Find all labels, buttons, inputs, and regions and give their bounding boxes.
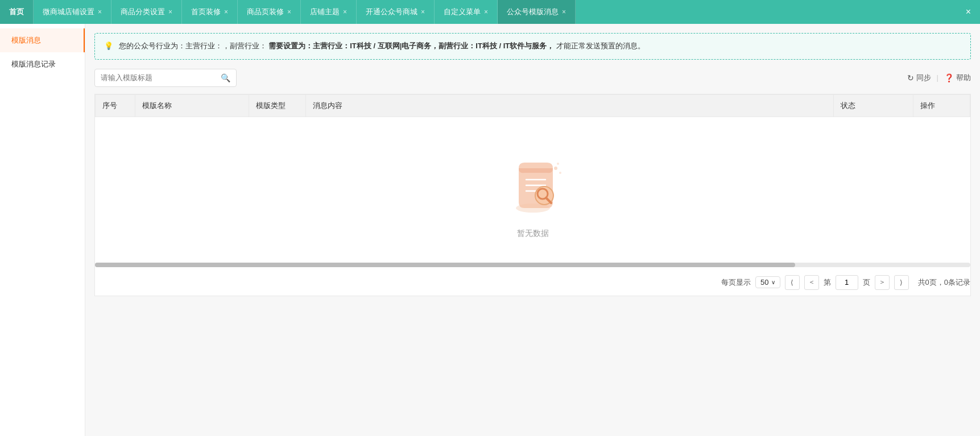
tab-custom-menu[interactable]: 自定义菜单 × [435,0,498,24]
horizontal-scrollbar[interactable] [95,263,970,269]
notice-box: 💡 您的公众号行业为：主营行业：，副营行业： 需要设置为：主营行业：IT科技 /… [94,33,971,60]
sidebar-item-template-msg[interactable]: 模版消息 [0,28,85,52]
pagination: 每页显示 50 ∨ ⟨ ＜ 第 1 页 ＞ ⟩ [95,269,970,296]
top-nav: 首页 微商城店铺设置 × 商品分类设置 × 首页装修 × 商品页装修 × 店铺主… [0,0,980,24]
table-container: 序号 模版名称 模版类型 消息内容 状态 操作 [94,94,971,296]
tab-store-settings-label: 微商城店铺设置 [43,7,94,17]
notice-text-1: 您的公众号行业为：主营行业：，副营行业： [119,41,267,50]
tab-open-mall-label: 开通公众号商城 [366,7,417,17]
sidebar: 模版消息 模版消息记录 [0,24,85,436]
empty-illustration [499,151,567,219]
help-icon: ❓ [944,73,954,82]
close-all-tabs-button[interactable]: × [957,7,980,17]
tab-template-msg[interactable]: 公众号模版消息 × [498,0,576,24]
svg-point-7 [554,167,557,170]
tab-home-decoration[interactable]: 首页装修 × [182,0,238,24]
col-type: 模版类型 [249,94,306,117]
col-status: 状态 [834,94,913,117]
tab-store-theme-label: 店铺主题 [310,7,340,17]
prev-page-icon: ＜ [808,277,815,287]
per-page-value: 50 [760,278,768,286]
sync-label: 同步 [916,73,931,83]
close-home-decoration-icon[interactable]: × [224,8,228,16]
next-page-button[interactable]: ＞ [875,275,890,290]
tab-category-settings[interactable]: 商品分类设置 × [111,0,182,24]
close-open-mall-icon[interactable]: × [421,8,425,16]
tab-store-settings[interactable]: 微商城店铺设置 × [34,0,111,24]
empty-text: 暂无数据 [517,229,549,239]
next-page-icon: ＞ [879,277,886,287]
tab-product-decoration[interactable]: 商品页装修 × [238,0,301,24]
per-page-label: 每页显示 [721,277,751,288]
tab-open-mall[interactable]: 开通公众号商城 × [357,0,435,24]
sidebar-item-template-record-label: 模版消息记录 [11,60,56,68]
col-name: 模版名称 [135,94,249,117]
tab-template-msg-label: 公众号模版消息 [507,7,559,17]
last-page-icon: ⟩ [900,279,903,286]
content-area: 💡 您的公众号行业为：主营行业：，副营行业： 需要设置为：主营行业：IT科技 /… [85,24,980,436]
close-store-settings-icon[interactable]: × [98,8,102,16]
close-custom-menu-icon[interactable]: × [484,8,488,16]
help-button[interactable]: ❓ 帮助 [944,73,971,83]
close-product-decoration-icon[interactable]: × [287,8,291,16]
scrollbar-track [95,263,970,267]
close-template-msg-icon[interactable]: × [562,8,566,16]
sync-button[interactable]: ↻ 同步 [907,73,931,83]
search-input-wrap: 🔍 [94,69,237,87]
search-input[interactable] [101,73,221,82]
svg-point-9 [557,163,559,165]
sync-icon: ↻ [907,73,914,82]
toolbar-divider: | [937,73,938,82]
sidebar-item-template-msg-label: 模版消息 [11,36,41,44]
close-category-settings-icon[interactable]: × [168,8,172,16]
tab-home-label: 首页 [9,7,24,17]
main-layout: 模版消息 模版消息记录 💡 您的公众号行业为：主营行业：，副营行业： 需要设置为… [0,24,980,436]
close-store-theme-icon[interactable]: × [343,8,347,16]
first-page-icon: ⟨ [791,279,793,286]
tab-custom-menu-label: 自定义菜单 [444,7,481,17]
help-label: 帮助 [956,73,971,83]
page-label: 第 [824,277,831,288]
data-table: 序号 模版名称 模版类型 消息内容 状态 操作 [95,94,970,261]
tab-store-theme[interactable]: 店铺主题 × [301,0,357,24]
sidebar-item-template-record[interactable]: 模版消息记录 [0,52,85,76]
col-action: 操作 [913,94,970,117]
col-content: 消息内容 [306,94,834,117]
toolbar-right: ↻ 同步 | ❓ 帮助 [907,73,971,83]
first-page-button[interactable]: ⟨ [785,275,800,290]
empty-state: 暂无数据 [96,117,970,261]
col-index: 序号 [96,94,135,117]
notice-text-2: 才能正常发送预置的消息。 [556,41,645,50]
notice-highlight: 需要设置为：主营行业：IT科技 / 互联网|电子商务，副营行业：IT科技 / I… [268,41,554,50]
tab-home[interactable]: 首页 [0,0,34,24]
scrollbar-thumb[interactable] [95,263,795,267]
current-page-input[interactable]: 1 [836,275,858,290]
per-page-chevron-icon: ∨ [771,279,775,285]
search-bar: 🔍 ↻ 同步 | ❓ 帮助 [94,69,971,87]
tab-product-decoration-label: 商品页装修 [247,7,284,17]
svg-point-8 [559,172,561,174]
per-page-select[interactable]: 50 ∨ [755,276,780,288]
tab-category-settings-label: 商品分类设置 [121,7,165,17]
page-unit: 页 [863,277,870,288]
search-icon[interactable]: 🔍 [221,73,230,82]
notice-icon: 💡 [104,41,113,50]
total-label: 共0页，0条记录 [918,277,970,288]
prev-page-button[interactable]: ＜ [804,275,819,290]
tab-home-decoration-label: 首页装修 [191,7,221,17]
last-page-button[interactable]: ⟩ [894,275,909,290]
